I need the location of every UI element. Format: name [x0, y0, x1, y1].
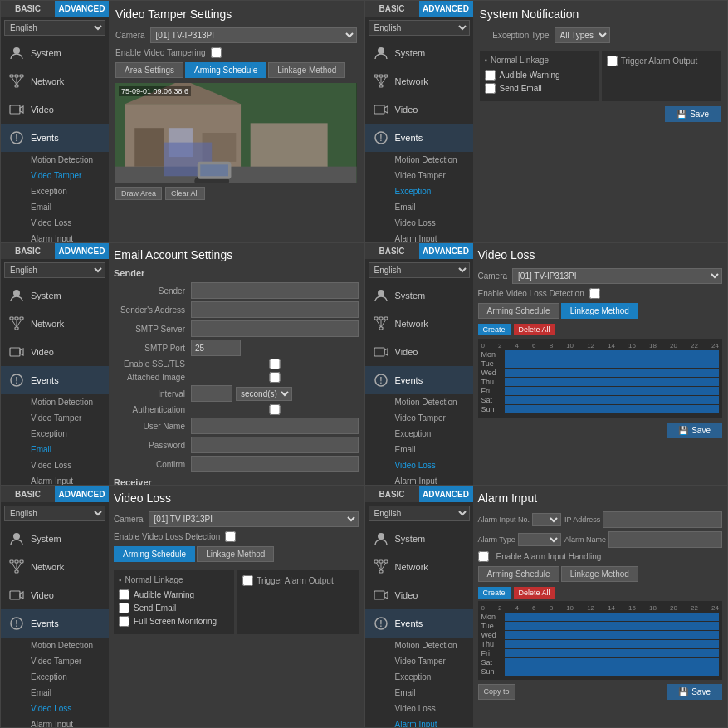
sun-bar[interactable]	[505, 405, 720, 413]
alarm-fri-bar[interactable]	[505, 649, 720, 657]
sub-tamper-5[interactable]: Video Tamper	[1, 653, 109, 669]
vl2-audible-check[interactable]	[119, 589, 129, 600]
sidebar-item-system[interactable]: System	[1, 39, 109, 67]
sidebar-sub-tamper-3[interactable]: Video Tamper	[1, 410, 109, 426]
wed-bar[interactable]	[505, 369, 720, 377]
sidebar-sub-alarminput[interactable]: Alarm Input	[1, 231, 109, 242]
alarm-input-no-select[interactable]	[532, 513, 561, 526]
sender-input[interactable]	[191, 282, 359, 299]
lang-select-6[interactable]: English	[369, 506, 470, 521]
sidebar-network-6[interactable]: Network	[365, 553, 473, 581]
send-email-check[interactable]	[485, 83, 496, 94]
sidebar-sub-videoloss[interactable]: Video Loss	[1, 215, 109, 231]
sidebar-sub-email-3[interactable]: Email	[1, 442, 109, 457]
vl2-tab-linkage[interactable]: Linkage Method	[197, 546, 274, 562]
sidebar-video-3[interactable]: Video	[1, 338, 109, 366]
sub-tamper-4[interactable]: Video Tamper	[365, 410, 473, 426]
sub-videoloss-5[interactable]: Video Loss	[1, 701, 109, 716]
alarm-delete-all-btn[interactable]: Delete All	[514, 587, 555, 599]
clear-all-btn[interactable]: Clear All	[165, 187, 205, 200]
sat-bar[interactable]	[505, 396, 720, 404]
alarm-tue-bar[interactable]	[505, 622, 720, 630]
sub-email-6[interactable]: Email	[365, 685, 473, 701]
alarm-mon-bar[interactable]	[505, 613, 720, 621]
sidebar-sub-email-2[interactable]: Email	[365, 199, 473, 215]
sidebar-network-2[interactable]: Network	[365, 67, 473, 95]
sidebar-sub-videoloss-3[interactable]: Video Loss	[1, 457, 109, 473]
alarm-wed-bar[interactable]	[505, 631, 720, 639]
sub-motion-5[interactable]: Motion Detection	[1, 638, 109, 653]
sidebar-sub-motion-3[interactable]: Motion Detection	[1, 394, 109, 410]
tab-advanced-3[interactable]: ADVANCED	[55, 243, 109, 259]
tab-basic-4[interactable]: BASIC	[365, 243, 419, 259]
attach-check[interactable]	[191, 372, 359, 383]
interval-input[interactable]	[191, 385, 232, 402]
sidebar-sub-exception-2[interactable]: Exception	[365, 183, 473, 199]
sub-exception-5[interactable]: Exception	[1, 669, 109, 685]
sidebar-video-2[interactable]: Video	[365, 95, 473, 124]
sidebar-item-video[interactable]: Video	[1, 95, 109, 124]
sub-videoloss-6[interactable]: Video Loss	[365, 701, 473, 716]
auth-check[interactable]	[191, 404, 359, 415]
language-select[interactable]: English	[4, 20, 105, 36]
tab-advanced[interactable]: ADVANCED	[55, 1, 109, 17]
sidebar-system-3[interactable]: System	[1, 281, 109, 310]
alarm-create-btn[interactable]: Create	[478, 587, 511, 599]
exception-type-select[interactable]: All Types	[555, 27, 610, 43]
sub-videoloss-4[interactable]: Video Loss	[365, 457, 473, 473]
vl2-fullscreen-check[interactable]	[119, 616, 129, 627]
sidebar-network-5[interactable]: Network	[1, 553, 109, 581]
create-btn[interactable]: Create	[478, 324, 511, 335]
sidebar-video-4[interactable]: Video	[365, 338, 473, 366]
sidebar-item-network[interactable]: Network	[1, 67, 109, 95]
sidebar-system-6[interactable]: System	[365, 525, 473, 553]
vl2-tab-arming[interactable]: Arming Schedule	[114, 546, 195, 562]
sub-alarminput-6[interactable]: Alarm Input	[365, 716, 473, 728]
alarm-thu-bar[interactable]	[505, 640, 720, 648]
alarm-sat-bar[interactable]	[505, 658, 720, 667]
sidebar-network-3[interactable]: Network	[1, 310, 109, 338]
tab-advanced-6[interactable]: ADVANCED	[419, 486, 473, 502]
vl2-email-check[interactable]	[119, 603, 129, 613]
sidebar-events-2[interactable]: ! Events	[365, 124, 473, 152]
tab-area-settings[interactable]: Area Settings	[115, 62, 183, 78]
tab-basic-6[interactable]: BASIC	[365, 486, 419, 502]
vl-save-btn[interactable]: 💾 Save	[667, 423, 722, 438]
sidebar-sub-exception[interactable]: Exception	[1, 183, 109, 199]
sub-motion-4[interactable]: Motion Detection	[365, 394, 473, 410]
sidebar-sub-tamper[interactable]: Video Tamper	[1, 168, 109, 183]
lang-select-5[interactable]: English	[4, 506, 105, 521]
smtp-server-input[interactable]	[191, 320, 359, 337]
save-btn-notification[interactable]: 💾 Save	[665, 106, 721, 122]
alarm-tab-arming[interactable]: Arming Schedule	[478, 566, 559, 582]
copy-to-btn[interactable]: Copy to	[478, 684, 515, 700]
vl-enable-check[interactable]	[589, 288, 600, 299]
enable-checkbox[interactable]	[211, 47, 222, 58]
camera-select[interactable]: [01] TV-IP313PI	[150, 27, 357, 43]
tab-arming-schedule[interactable]: Arming Schedule	[185, 62, 266, 78]
sub-alarminput-5[interactable]: Alarm Input	[1, 716, 109, 728]
trigger-alarm-check[interactable]	[607, 56, 618, 66]
sidebar-events-3[interactable]: ! Events	[1, 366, 109, 394]
lang-select-3[interactable]: English	[4, 262, 105, 278]
draw-area-btn[interactable]: Draw Area	[115, 187, 162, 200]
sidebar-system-2[interactable]: System	[365, 39, 473, 67]
lang-select-2[interactable]: English	[369, 20, 470, 36]
sidebar-sub-motion-2[interactable]: Motion Detection	[365, 152, 473, 168]
sidebar-events-4[interactable]: ! Events	[365, 366, 473, 394]
smtp-port-input[interactable]	[191, 340, 241, 356]
sub-motion-6[interactable]: Motion Detection	[365, 638, 473, 653]
sidebar-sub-email[interactable]: Email	[1, 199, 109, 215]
tab-basic[interactable]: BASIC	[1, 1, 55, 17]
vl-tab-arming[interactable]: Arming Schedule	[478, 303, 559, 319]
sidebar-video-6[interactable]: Video	[365, 581, 473, 609]
ip-address-input[interactable]	[603, 511, 722, 528]
confirm-input[interactable]	[191, 456, 359, 472]
tue-bar[interactable]	[505, 359, 720, 368]
tab-advanced-5[interactable]: ADVANCED	[55, 486, 109, 502]
sub-exception-6[interactable]: Exception	[365, 669, 473, 685]
sub-exception-4[interactable]: Exception	[365, 426, 473, 442]
sender-address-input[interactable]	[191, 301, 359, 318]
sidebar-sub-motion[interactable]: Motion Detection	[1, 152, 109, 168]
sidebar-system-5[interactable]: System	[1, 525, 109, 553]
